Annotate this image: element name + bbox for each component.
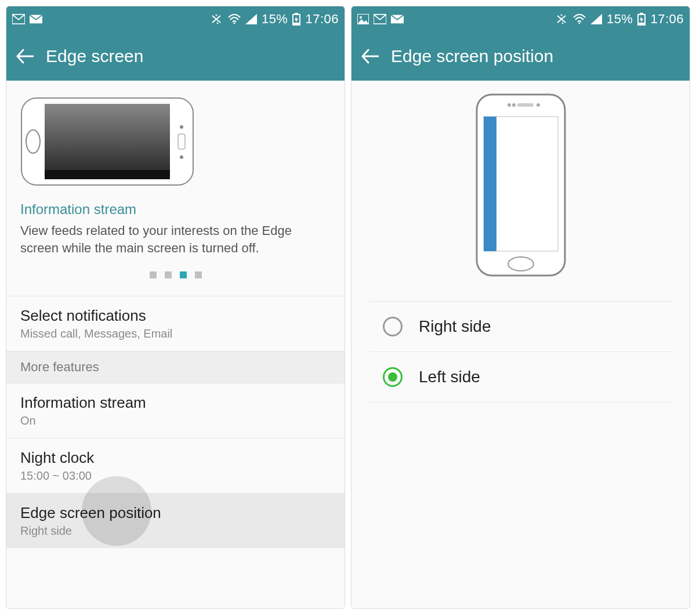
mail-icon xyxy=(391,15,404,24)
preview-description: View feeds related to your interests on … xyxy=(20,222,331,256)
svg-point-10 xyxy=(180,125,183,129)
battery-percent: 15% xyxy=(607,12,633,27)
svg-point-17 xyxy=(578,23,580,24)
svg-rect-20 xyxy=(638,23,645,25)
item-title: Night clock xyxy=(20,449,331,467)
svg-rect-7 xyxy=(45,104,170,179)
item-subtitle: 15:00 ~ 03:00 xyxy=(20,469,331,483)
pager-dot[interactable] xyxy=(180,271,187,278)
wifi-icon xyxy=(573,14,586,24)
svg-point-12 xyxy=(180,155,183,159)
item-subtitle: Right side xyxy=(20,524,331,538)
section-more-features: More features xyxy=(6,351,345,383)
wifi-icon xyxy=(228,14,241,24)
battery-charging-icon xyxy=(292,13,300,26)
battery-charging-icon xyxy=(637,13,646,26)
svg-rect-4 xyxy=(295,13,298,15)
svg-point-24 xyxy=(507,103,511,107)
right-screenshot: 15% 17:06 Edge screen position Righ xyxy=(351,6,690,609)
gmail-icon xyxy=(374,14,386,24)
preview-title: Information stream xyxy=(20,201,331,218)
vibrate-icon xyxy=(556,13,568,25)
mail-icon xyxy=(30,15,42,24)
item-night-clock[interactable]: Night clock 15:00 ~ 03:00 xyxy=(6,438,345,493)
app-bar: Edge screen position xyxy=(351,32,690,81)
item-select-notifications[interactable]: Select notifications Missed call, Messag… xyxy=(6,296,345,351)
signal-icon xyxy=(245,14,257,24)
preview-pager[interactable]: Information stream View feeds related to… xyxy=(6,81,345,296)
item-subtitle: Missed call, Messages, Email xyxy=(20,327,331,340)
app-bar: Edge screen xyxy=(6,32,345,81)
image-icon xyxy=(357,14,369,24)
status-bar: 15% 17:06 xyxy=(351,6,690,32)
item-title: Edge screen position xyxy=(20,504,331,522)
svg-rect-8 xyxy=(45,170,170,179)
item-title: Information stream xyxy=(20,394,331,412)
svg-point-25 xyxy=(512,103,516,107)
page-title: Edge screen position xyxy=(391,46,553,66)
svg-point-27 xyxy=(536,103,540,107)
pager-dot[interactable] xyxy=(150,271,157,278)
svg-rect-5 xyxy=(293,23,300,25)
pager-dot[interactable] xyxy=(195,271,202,278)
svg-rect-26 xyxy=(517,103,534,107)
battery-percent: 15% xyxy=(262,12,288,27)
svg-point-14 xyxy=(360,16,362,19)
pager-dot[interactable] xyxy=(165,271,172,278)
phone-illustration xyxy=(474,92,567,278)
status-bar: 15% 17:06 xyxy=(6,6,345,32)
item-title: Select notifications xyxy=(20,307,331,325)
clock-text: 17:06 xyxy=(650,12,684,27)
back-button[interactable] xyxy=(361,47,379,66)
left-screenshot: 15% 17:06 Edge screen Infor xyxy=(6,6,345,609)
signal-icon xyxy=(590,14,602,24)
item-information-stream[interactable]: Information stream On xyxy=(6,383,345,438)
radio-left-side[interactable]: Left side xyxy=(369,352,672,403)
gmail-icon xyxy=(12,14,25,24)
phone-illustration xyxy=(20,92,194,191)
pager-dots xyxy=(20,271,331,278)
svg-rect-23 xyxy=(484,117,496,251)
radio-label: Left side xyxy=(419,368,480,386)
radio-icon xyxy=(383,367,403,387)
vibrate-icon xyxy=(211,13,223,25)
svg-rect-19 xyxy=(640,13,643,15)
page-title: Edge screen xyxy=(46,46,143,66)
radio-icon xyxy=(383,317,403,336)
back-button[interactable] xyxy=(16,47,34,66)
item-edge-screen-position[interactable]: Edge screen position Right side xyxy=(6,493,345,548)
svg-point-2 xyxy=(233,23,235,24)
radio-label: Right side xyxy=(419,317,491,336)
item-subtitle: On xyxy=(20,414,331,427)
radio-right-side[interactable]: Right side xyxy=(369,301,672,352)
clock-text: 17:06 xyxy=(305,12,339,27)
